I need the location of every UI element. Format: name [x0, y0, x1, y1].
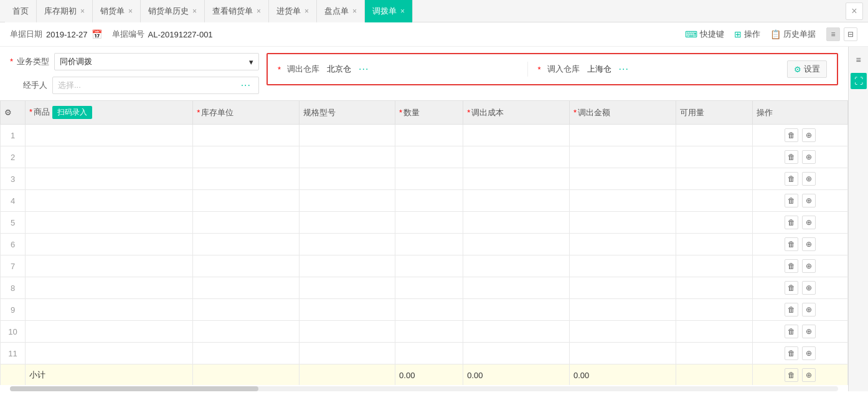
cell-amount-10[interactable] [569, 321, 676, 343]
cell-cost-3[interactable] [463, 168, 570, 190]
cell-product-11[interactable] [26, 343, 193, 364]
cell-product-5[interactable] [26, 212, 193, 234]
warehouse-in-dots[interactable]: ··· [616, 64, 631, 75]
cell-spec-4[interactable] [300, 190, 395, 212]
list-view-button[interactable]: ≡ [826, 27, 840, 41]
delete-row-11-button[interactable]: 🗑 [785, 346, 798, 360]
cell-unit-3[interactable] [193, 168, 300, 190]
cell-unit-8[interactable] [193, 277, 300, 299]
tab-transfer-order-close[interactable]: × [400, 7, 405, 16]
cell-amount-2[interactable] [569, 146, 676, 168]
cell-unit-6[interactable] [193, 234, 300, 255]
cell-available-4[interactable] [676, 190, 752, 212]
cell-unit-1[interactable] [193, 125, 300, 146]
sidebar-list-icon[interactable]: ≡ [851, 52, 867, 68]
cell-cost-2[interactable] [463, 146, 570, 168]
cell-qty-1[interactable] [395, 125, 463, 146]
handler-dots-icon[interactable]: ··· [238, 80, 253, 91]
cell-available-2[interactable] [676, 146, 752, 168]
cell-unit-10[interactable] [193, 321, 300, 343]
delete-row-9-button[interactable]: 🗑 [785, 303, 798, 316]
copy-row-7-button[interactable]: ⊕ [802, 259, 816, 273]
cell-available-1[interactable] [676, 125, 752, 146]
tab-purchase-order[interactable]: 进货单 × [269, 0, 317, 22]
delete-row-2-button[interactable]: 🗑 [785, 150, 798, 164]
subtotal-copy-button[interactable]: ⊕ [802, 368, 816, 382]
delete-row-8-button[interactable]: 🗑 [785, 281, 798, 295]
cell-spec-8[interactable] [300, 277, 395, 299]
tab-transfer-order[interactable]: 调拨单 × [365, 0, 413, 22]
cell-qty-9[interactable] [395, 299, 463, 321]
cell-available-8[interactable] [676, 277, 752, 299]
cell-qty-5[interactable] [395, 212, 463, 234]
copy-row-6-button[interactable]: ⊕ [802, 237, 816, 251]
tab-inventory-check-close[interactable]: × [352, 7, 357, 16]
cell-qty-7[interactable] [395, 255, 463, 277]
history-button[interactable]: 📋 历史单据 [770, 29, 816, 40]
cell-cost-9[interactable] [463, 299, 570, 321]
cell-spec-2[interactable] [300, 146, 395, 168]
cell-amount-6[interactable] [569, 234, 676, 255]
cell-unit-5[interactable] [193, 212, 300, 234]
delete-row-4-button[interactable]: 🗑 [785, 194, 798, 207]
cell-amount-4[interactable] [569, 190, 676, 212]
tab-sales-order[interactable]: 销货单 × [93, 0, 141, 22]
cell-unit-11[interactable] [193, 343, 300, 364]
cell-qty-2[interactable] [395, 146, 463, 168]
cell-unit-2[interactable] [193, 146, 300, 168]
cell-spec-11[interactable] [300, 343, 395, 364]
cell-cost-8[interactable] [463, 277, 570, 299]
copy-row-1-button[interactable]: ⊕ [802, 128, 816, 142]
window-close-button[interactable]: × [846, 2, 863, 20]
cell-product-4[interactable] [26, 190, 193, 212]
delete-row-5-button[interactable]: 🗑 [785, 216, 798, 229]
cell-product-1[interactable] [26, 125, 193, 146]
tab-purchase-order-close[interactable]: × [304, 7, 309, 16]
grid-view-button[interactable]: ⊟ [844, 27, 857, 41]
cell-cost-1[interactable] [463, 125, 570, 146]
business-type-select[interactable]: 同价调拨 ▾ [54, 53, 259, 70]
tab-sales-order-close[interactable]: × [128, 7, 133, 16]
cell-available-3[interactable] [676, 168, 752, 190]
tab-home[interactable]: 首页 [5, 0, 37, 22]
copy-row-3-button[interactable]: ⊕ [802, 172, 816, 186]
cell-available-6[interactable] [676, 234, 752, 255]
scan-input-button[interactable]: 扫码录入 [52, 106, 92, 119]
cell-available-11[interactable] [676, 343, 752, 364]
cell-product-6[interactable] [26, 234, 193, 255]
cell-amount-5[interactable] [569, 212, 676, 234]
sidebar-expand-icon[interactable]: ⛶ [851, 73, 867, 89]
delete-row-3-button[interactable]: 🗑 [785, 172, 798, 186]
cell-spec-9[interactable] [300, 299, 395, 321]
cell-amount-1[interactable] [569, 125, 676, 146]
cell-available-5[interactable] [676, 212, 752, 234]
copy-row-5-button[interactable]: ⊕ [802, 216, 816, 229]
delete-row-7-button[interactable]: 🗑 [785, 259, 798, 273]
cell-spec-10[interactable] [300, 321, 395, 343]
cell-product-7[interactable] [26, 255, 193, 277]
cell-qty-6[interactable] [395, 234, 463, 255]
tab-inventory-check[interactable]: 盘点单 × [317, 0, 365, 22]
cell-cost-5[interactable] [463, 212, 570, 234]
cell-amount-9[interactable] [569, 299, 676, 321]
delete-row-10-button[interactable]: 🗑 [785, 325, 798, 338]
cell-amount-11[interactable] [569, 343, 676, 364]
cell-spec-1[interactable] [300, 125, 395, 146]
copy-row-4-button[interactable]: ⊕ [802, 194, 816, 207]
cell-qty-3[interactable] [395, 168, 463, 190]
settings-button[interactable]: ⚙ 设置 [787, 60, 827, 78]
cell-unit-9[interactable] [193, 299, 300, 321]
subtotal-delete-button[interactable]: 🗑 [785, 368, 798, 382]
cell-product-8[interactable] [26, 277, 193, 299]
cell-cost-10[interactable] [463, 321, 570, 343]
cell-cost-6[interactable] [463, 234, 570, 255]
cell-available-10[interactable] [676, 321, 752, 343]
cell-cost-11[interactable] [463, 343, 570, 364]
cell-unit-7[interactable] [193, 255, 300, 277]
cell-amount-3[interactable] [569, 168, 676, 190]
cell-product-10[interactable] [26, 321, 193, 343]
tab-sales-history-close[interactable]: × [192, 7, 197, 16]
tab-inventory-init-close[interactable]: × [80, 7, 85, 16]
operation-button[interactable]: ⊞ 操作 [734, 29, 760, 40]
cell-cost-4[interactable] [463, 190, 570, 212]
